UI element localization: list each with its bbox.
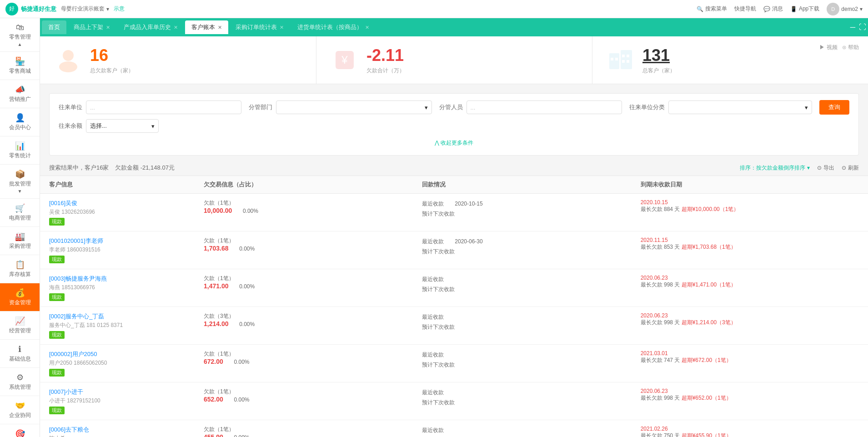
collapse-bar[interactable]: ⋀ 收起更多条件	[59, 137, 849, 149]
sidebar-item-finance[interactable]: 💰 资金管理	[0, 283, 40, 311]
purchase-icon: 🏭	[15, 231, 25, 241]
sidebar-label: 系统管理	[9, 383, 31, 391]
customer-name-link[interactable]: [0006]去下粮仓	[49, 426, 89, 433]
sidebar-item-inventory[interactable]: 📋 库存核算	[0, 255, 40, 283]
tab-production[interactable]: 产成品入库单历史 ✕	[117, 20, 184, 34]
sidebar-item-basic[interactable]: ℹ 基础信息	[0, 340, 40, 368]
tab-purchase-goods[interactable]: 进货单统计表（按商品） ✕	[291, 20, 376, 34]
unit-type-input[interactable]: ▾	[668, 100, 812, 114]
sidebar-item-purchase[interactable]: 🏭 采购管理	[0, 227, 40, 255]
debt-percent: 0.00%	[239, 246, 255, 252]
sidebar-item-operations[interactable]: 📈 经营管理	[0, 311, 40, 340]
customer-name-link[interactable]: [0007]小进干	[49, 388, 83, 395]
from-unit-input[interactable]: ...	[86, 100, 241, 114]
customer-tag: 现款	[49, 369, 65, 377]
logo-area: 好 畅捷通好生意	[5, 3, 56, 15]
export-button[interactable]: ⊙ 导出	[817, 164, 834, 172]
department-label: 分管部门	[249, 103, 272, 111]
balance-input[interactable]: 选择... ▾	[86, 119, 159, 133]
marketing-icon: 📣	[15, 85, 25, 95]
system-icon: ⚙	[16, 372, 24, 382]
inventory-icon: 📋	[15, 260, 25, 270]
video-icon: ▶	[819, 44, 825, 50]
tab-bar-actions: ─ ⛶	[850, 23, 866, 31]
tab-purchase-stats[interactable]: 采购订单统计表 ✕	[229, 20, 290, 34]
recovery-info: 最近收款 预计下次收款	[422, 388, 640, 414]
sidebar-item-retail-mall[interactable]: 🏪 零售商城	[0, 52, 40, 80]
customer-name-link[interactable]: [0002]服务中心_丁磊	[49, 313, 104, 320]
debt-amount[interactable]: 10,000.00	[204, 207, 232, 214]
tab-close-products[interactable]: ✕	[106, 25, 110, 30]
sidebar-item-marketing[interactable]: 📣 营销推广	[0, 80, 40, 108]
overdue-amount-link[interactable]: 超期¥1,471.00（1笔）	[682, 281, 736, 288]
debt-amount[interactable]: 672.00	[204, 358, 223, 365]
tab-close-production[interactable]: ✕	[174, 25, 178, 30]
last-payment: 最近收款	[422, 388, 640, 398]
balance-label: 往来余额	[59, 122, 82, 130]
sidebar-item-retail-mgmt[interactable]: 🛍 零售管理 ▲	[0, 18, 40, 52]
customer-name-link[interactable]: [0001020001]李老师	[49, 237, 103, 244]
filter-section: 往来单位 ... 分管部门 ▾	[40, 84, 868, 156]
company-selector[interactable]: 母婴行业演示账套 ▾	[61, 5, 109, 13]
sidebar-item-newbie[interactable]: 🎯 新手引导	[0, 424, 40, 437]
debt-amount[interactable]: 1,703.68	[204, 245, 229, 252]
app-download-btn[interactable]: 📱 App下载	[790, 5, 819, 13]
sidebar-item-members[interactable]: 👤 会员中心	[0, 108, 40, 136]
department-input[interactable]: ▾	[276, 100, 431, 114]
overdue-amount-link[interactable]: 超期¥455.90（1笔）	[682, 432, 732, 437]
debt-amount[interactable]: 1,471.00	[204, 282, 229, 290]
top-bar-right: 🔍 搜索菜单 快捷导航 💬 消息 📱 App下载 D demo2 ▾	[697, 3, 863, 15]
video-link[interactable]: ▶ 视频	[819, 44, 837, 51]
debt-amount[interactable]: 455.90	[204, 433, 223, 437]
customer-name-link[interactable]: [0003]畅捷服务尹海燕	[49, 275, 107, 282]
help-link[interactable]: ⊙ 帮助	[842, 44, 859, 51]
top-bar: 好 畅捷通好生意 母婴行业演示账套 ▾ 示意 🔍 搜索菜单 快捷导航 💬 消息 …	[0, 0, 868, 18]
debt-info: 欠款（1笔） 652.00 0.00%	[204, 388, 422, 414]
sidebar-item-batch-mgmt[interactable]: 📦 批发管理 ▼	[0, 165, 40, 199]
customer-info: [0002]服务中心_丁磊 服务中心_丁磊 181 0125 8371 现款	[49, 312, 204, 339]
sidebar-label: 零售管理	[9, 33, 31, 41]
last-payment: 最近收款 2020-06-30	[422, 237, 640, 247]
search-menu[interactable]: 🔍 搜索菜单	[697, 5, 727, 13]
logo-icon: 好	[5, 3, 18, 15]
overdue-amount-link[interactable]: 超期¥652.00（1笔）	[682, 395, 732, 401]
sidebar-item-retail-stats[interactable]: 📊 零售统计	[0, 136, 40, 165]
overdue-amount-link[interactable]: 超期¥1,703.68（1笔）	[682, 244, 736, 250]
tab-minimize-icon[interactable]: ─	[850, 23, 855, 31]
overdue-days: 最长欠款 998 天	[641, 395, 682, 401]
message-icon: 💬	[763, 6, 770, 12]
overdue-amount-link[interactable]: 超期¥1,214.00（3笔）	[682, 319, 736, 326]
customer-name-link[interactable]: [0016]吴俊	[49, 200, 77, 206]
tab-close-purchase-stats[interactable]: ✕	[280, 25, 284, 30]
user-menu[interactable]: D demo2 ▾	[827, 3, 863, 15]
refresh-button[interactable]: ⊙ 刷新	[842, 164, 859, 172]
svg-point-0	[63, 50, 74, 61]
sidebar-item-ecommerce[interactable]: 🛒 电商管理	[0, 199, 40, 227]
debt-count: 欠款（3笔）	[204, 312, 422, 320]
customer-phone: 李老师 18600391516	[49, 246, 204, 254]
sidebar-toggle[interactable]: 示意	[114, 5, 125, 13]
debt-amount[interactable]: 1,214.00	[204, 320, 229, 327]
person-input[interactable]: ...	[467, 100, 622, 114]
tab-customer-account[interactable]: 客户账本 ✕	[185, 20, 228, 34]
collapse-icon: ⋀	[435, 140, 439, 146]
svg-point-1	[59, 61, 77, 72]
quick-nav[interactable]: 快捷导航	[734, 5, 756, 13]
recovery-info: 最近收款 预计下次收款	[422, 350, 640, 377]
customer-name-link[interactable]: [000002]用户2050	[49, 351, 97, 357]
tab-close-customer-account[interactable]: ✕	[218, 25, 222, 30]
tab-bar: 首页 商品上下架 ✕ 产成品入库单历史 ✕ 客户账本 ✕ 采购订单统计表 ✕ 进…	[40, 18, 868, 36]
overdue-amount-link[interactable]: 超期¥10,000.00（1笔）	[682, 206, 739, 212]
sidebar-item-corp[interactable]: 🤝 企业协同	[0, 396, 40, 424]
sidebar-item-system[interactable]: ⚙ 系统管理	[0, 368, 40, 396]
tab-home[interactable]: 首页	[42, 20, 66, 34]
tab-expand-icon[interactable]: ⛶	[859, 23, 866, 31]
search-button[interactable]: 查询	[819, 100, 849, 115]
tab-close-purchase-goods[interactable]: ✕	[365, 25, 369, 30]
message-btn[interactable]: 💬 消息	[763, 5, 783, 13]
tab-products[interactable]: 商品上下架 ✕	[67, 20, 116, 34]
overdue-amount-link[interactable]: 超期¥672.00（1笔）	[682, 357, 732, 363]
chevron-down-icon: ▾	[425, 104, 428, 111]
debt-amount[interactable]: 652.00	[204, 396, 223, 403]
sort-button[interactable]: 排序：按欠款金额倒序排序 ▾	[740, 164, 810, 172]
